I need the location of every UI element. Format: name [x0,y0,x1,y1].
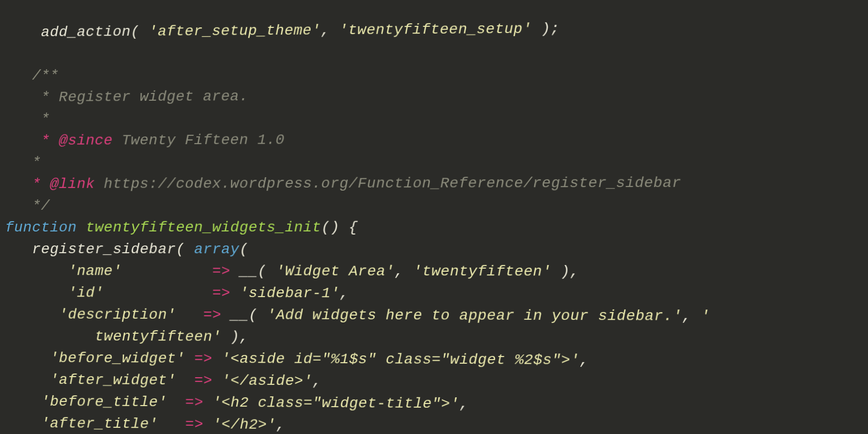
array-key: 'after_title' [41,415,158,432]
keyword-array: array [194,241,240,257]
doc-text: https://codex.wordpress.org/Function_Ref… [95,175,681,192]
code-line: * @link https://codex.wordpress.org/Func… [5,175,681,192]
array-key: 'name' [68,263,121,279]
code-line: * [5,111,50,127]
string-literal: 'Add widgets here to appear in your side… [267,307,682,324]
doc-comment-star: * [32,111,50,127]
string-literal: '<aside id="%1$s" class="widget %2$s">' [222,351,580,368]
array-key: 'description' [59,306,176,323]
code-line: add_action( 'after_setup_theme', 'twenty… [5,21,560,41]
code-line: * [5,154,41,171]
doc-text: Twenty Fifteen 1.0 [113,132,285,148]
string-literal: 'twentyfifteen_setup' [339,21,532,38]
fn-call: __ [230,307,249,323]
fn-call: add_action [41,24,131,40]
string-literal: '</h2>' [212,416,276,433]
array-key: 'before_title' [41,394,167,411]
arrow-op: => [185,416,204,433]
string-literal: 'after_setup_theme' [149,22,321,39]
array-key: 'id' [68,285,104,301]
doc-tag-since: * @since [32,132,113,149]
doc-comment-line: * Register widget area. [32,88,248,105]
string-literal: 'twentyfifteen' [413,264,551,280]
arrow-op: => [203,307,221,323]
keyword-function: function [5,220,77,236]
code-line: /** [5,68,59,84]
code-editor-viewport[interactable]: add_action( 'after_setup_theme', 'twenty… [0,0,868,434]
code-line: function twentyfifteen_widgets_init() { [5,220,358,236]
arrow-op: => [212,285,230,301]
code-line: 'after_widget' => '</aside>', [5,371,322,389]
code-line: * @since Twenty Fifteen 1.0 [5,132,285,149]
code-line: 'description' => __( 'Add widgets here t… [5,306,710,324]
array-key: 'after_widget' [50,372,176,389]
arrow-op: => [212,263,230,279]
doc-comment-open: /** [32,68,59,84]
fn-definition-name: twentyfifteen_widgets_init [86,220,321,236]
arrow-op: => [194,373,212,389]
arrow-op: => [194,351,212,367]
code-line: 'before_title' => '<h2 class="widget-tit… [5,393,469,412]
doc-comment-close: */ [23,198,50,214]
code-content[interactable]: add_action( 'after_setup_theme', 'twenty… [5,16,868,434]
code-line: 'id' => 'sidebar-1', [5,285,349,301]
code-line: 'after_title' => '</h2>', [5,415,285,433]
string-literal: twentyfifteen' [95,329,222,345]
fn-call: register_sidebar [32,241,176,257]
code-line: * Register widget area. [5,88,248,105]
code-line: 'name' => __( 'Widget Area', 'twentyfift… [5,263,579,280]
string-literal: 'sidebar-1' [239,285,339,302]
array-key: 'before_widget' [50,350,185,367]
string-literal: 'Widget Area' [276,263,395,280]
code-line: */ [5,198,50,214]
arrow-op: => [185,394,203,410]
code-line: twentyfifteen' ), [5,328,249,345]
doc-comment-star: * [23,154,41,171]
fn-call: __ [239,263,257,279]
doc-tag-link: * @link [23,176,95,192]
string-literal: '<h2 class="widget-title">' [212,395,459,412]
code-line: 'before_widget' => '<aside id="%1$s" cla… [5,350,589,368]
string-literal: '</aside>' [222,373,313,389]
code-line: register_sidebar( array( [5,241,249,257]
